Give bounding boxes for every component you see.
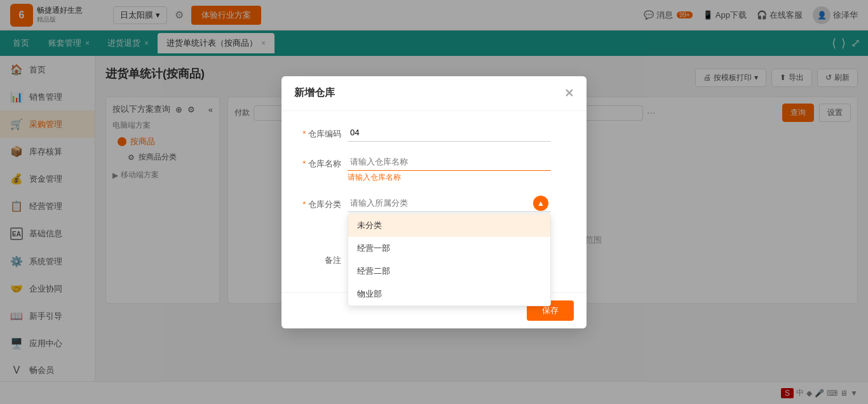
name-error-msg: 请输入仓库名称: [348, 172, 401, 183]
note-label: 备注: [297, 250, 348, 266]
dropdown-item-dept3[interactable]: 物业部: [348, 283, 550, 306]
modal-close-button[interactable]: ✕: [564, 86, 574, 100]
category-dropdown: 未分类 经营一部 经营二部 物业部: [348, 213, 551, 306]
code-input[interactable]: [348, 124, 551, 142]
category-input[interactable]: [348, 194, 551, 212]
category-label: 仓库分类: [297, 194, 348, 210]
form-row-name: 仓库名称 请输入仓库名称: [297, 153, 571, 183]
name-input[interactable]: [348, 153, 551, 171]
modal-overlay: 新增仓库 ✕ 仓库编码 仓库名称 请输入仓库名称 仓库分类: [0, 0, 868, 404]
code-label: 仓库编码: [297, 124, 348, 140]
dropdown-item-dept1[interactable]: 经营一部: [348, 237, 550, 260]
add-warehouse-modal: 新增仓库 ✕ 仓库编码 仓库名称 请输入仓库名称 仓库分类: [281, 76, 587, 328]
dropdown-item-uncategorized[interactable]: 未分类: [348, 214, 550, 237]
dropdown-item-dept2[interactable]: 经营二部: [348, 260, 550, 283]
modal-title: 新增仓库: [294, 86, 335, 100]
form-row-code: 仓库编码: [297, 124, 571, 142]
modal-header: 新增仓库 ✕: [281, 76, 587, 111]
name-label: 仓库名称: [297, 154, 348, 170]
form-row-category: 仓库分类 ▲ 未分类 经营一部 经营二部 物业部: [297, 194, 571, 212]
category-select-wrapper: ▲ 未分类 经营一部 经营二部 物业部: [348, 194, 551, 212]
category-dropdown-toggle[interactable]: ▲: [533, 196, 548, 211]
modal-body: 仓库编码 仓库名称 请输入仓库名称 仓库分类 ▲ 未分: [281, 111, 587, 292]
